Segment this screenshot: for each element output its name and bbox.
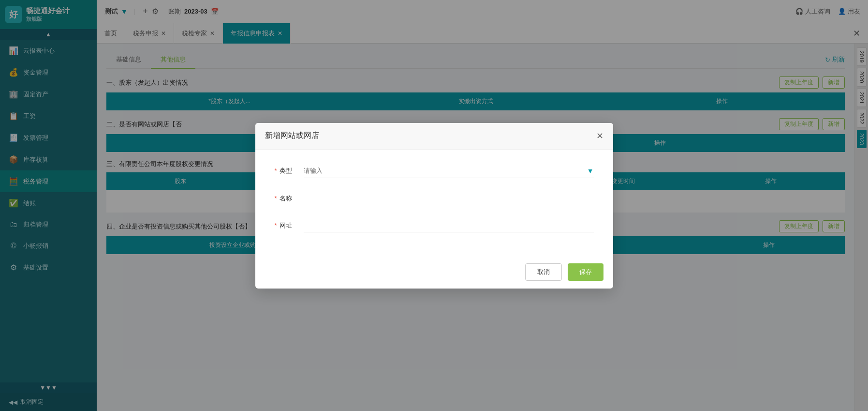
form-row-name: * 名称 <box>275 192 594 205</box>
dialog-body: * 类型 ▼ * 名称 * 网址 <box>255 150 613 256</box>
url-input[interactable] <box>304 219 594 232</box>
save-button[interactable]: 保存 <box>568 263 603 281</box>
type-label-text: 类型 <box>280 167 292 174</box>
dialog-footer: 取消 保存 <box>255 256 613 289</box>
type-select-wrapper: ▼ <box>304 164 594 178</box>
type-required-star: * <box>275 167 277 174</box>
form-row-url: * 网址 <box>275 219 594 232</box>
cancel-button[interactable]: 取消 <box>525 263 562 281</box>
add-website-dialog: 新增网站或网店 ✕ * 类型 ▼ * 名称 <box>255 123 613 289</box>
dialog-close-button[interactable]: ✕ <box>596 131 603 141</box>
name-label: * 名称 <box>275 194 304 203</box>
form-row-type: * 类型 ▼ <box>275 164 594 178</box>
name-input[interactable] <box>304 192 594 205</box>
dialog-overlay: 新增网站或网店 ✕ * 类型 ▼ * 名称 <box>0 0 868 411</box>
type-label: * 类型 <box>275 167 304 175</box>
url-required-star: * <box>275 222 277 229</box>
name-label-text: 名称 <box>280 195 292 202</box>
dialog-title: 新增网站或网店 <box>265 131 319 141</box>
type-select-input[interactable] <box>304 167 587 174</box>
url-label-text: 网址 <box>280 222 292 229</box>
dialog-header: 新增网站或网店 ✕ <box>255 123 613 150</box>
url-label: * 网址 <box>275 221 304 230</box>
type-dropdown-icon[interactable]: ▼ <box>587 167 594 175</box>
name-required-star: * <box>275 195 277 202</box>
